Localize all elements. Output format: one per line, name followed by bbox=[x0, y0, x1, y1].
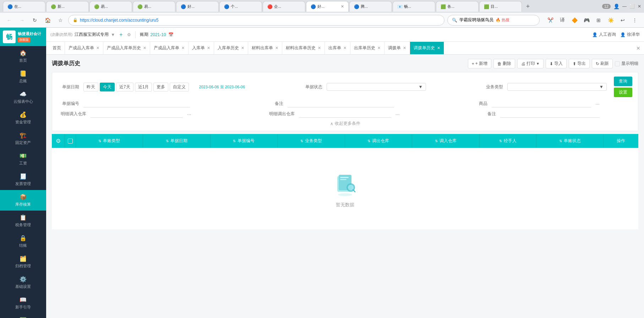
extension-icon2[interactable]: 🎮 bbox=[582, 15, 591, 25]
browser-tab-1[interactable]: 🔵 在... bbox=[3, 1, 45, 12]
week-btn[interactable]: 近7天 bbox=[116, 83, 133, 91]
tab-cprk-close[interactable]: ✕ bbox=[96, 46, 99, 50]
new-tab-button[interactable]: + bbox=[523, 1, 533, 12]
tab-cklishi-close[interactable]: ✕ bbox=[377, 46, 381, 50]
setting-button[interactable]: 设置 bbox=[614, 88, 632, 97]
tab-clck-close[interactable]: ✕ bbox=[275, 46, 278, 50]
tab-rklishi-close[interactable]: ✕ bbox=[241, 46, 244, 50]
service-button[interactable]: 👤 人工咨询 bbox=[592, 32, 616, 38]
company-selector[interactable]: (勿删勿禁用) 江西服宝测试专用 ▼ bbox=[50, 32, 115, 38]
print-button[interactable]: 🖨 打印 ▼ bbox=[517, 59, 544, 68]
sidebar-item-close[interactable]: 🔒 结账 bbox=[0, 231, 46, 252]
tab-clcklishi-close[interactable]: ✕ bbox=[318, 46, 321, 50]
th-handler[interactable]: ⇅ 经手人 bbox=[479, 134, 536, 148]
minimize-icon[interactable]: — bbox=[622, 4, 627, 9]
browser-tab-11[interactable]: 🟩 各... bbox=[436, 1, 479, 12]
back-button[interactable]: ← bbox=[4, 15, 14, 25]
new-button[interactable]: + + 新增 bbox=[468, 59, 491, 68]
page-tab-rklishi[interactable]: 入库单历史 ✕ bbox=[214, 42, 248, 55]
browser-tab-2[interactable]: 🟢 新... bbox=[46, 1, 89, 12]
refresh-button[interactable]: ↻ bbox=[30, 15, 40, 25]
browser-tab-10[interactable]: 📧 畅... bbox=[393, 1, 435, 12]
extension-icon1[interactable]: 🔶 bbox=[569, 15, 579, 25]
page-tab-cklishi[interactable]: 出库单历史 ✕ bbox=[350, 42, 384, 55]
sidebar-item-salary[interactable]: 💵 工资 bbox=[0, 149, 46, 169]
th-doc-no[interactable]: ⇅ 单据编号 bbox=[210, 134, 278, 148]
sidebar-item-inventory[interactable]: 📦 库存核算 bbox=[0, 190, 46, 211]
sidebar-item-home[interactable]: 🏠 首页 bbox=[0, 46, 46, 67]
tab-rk-close[interactable]: ✕ bbox=[207, 46, 210, 50]
tab-cprk2-close[interactable]: ✕ bbox=[181, 46, 185, 50]
remark2-input[interactable] bbox=[500, 110, 600, 118]
collapse-button[interactable]: ∧ 收起更多条件 bbox=[58, 121, 632, 127]
menu-icon[interactable]: ⋮ bbox=[630, 15, 640, 25]
detail-out-input[interactable] bbox=[299, 110, 391, 118]
refresh-button[interactable]: ↻ 刷新 bbox=[592, 59, 613, 68]
tab-ck-close[interactable]: ✕ bbox=[343, 46, 346, 50]
browser-tab-9[interactable]: 🔵 腾... bbox=[349, 1, 392, 12]
sidebar-item-capital[interactable]: 💰 资金管理 bbox=[0, 108, 46, 128]
display-detail-checkbox[interactable]: 显示明细 bbox=[615, 61, 638, 67]
tab-close-icon[interactable]: ✕ bbox=[341, 4, 344, 9]
page-tab-clck[interactable]: 材料出库单 ✕ bbox=[248, 42, 282, 55]
docno-input[interactable] bbox=[83, 100, 190, 107]
tabs-close-all[interactable]: ✕ bbox=[633, 45, 644, 51]
yesterday-btn[interactable]: 昨天 bbox=[83, 83, 98, 91]
top-bar-gear-icon[interactable]: ⚙ bbox=[127, 32, 131, 37]
sidebar-item-fixed-assets[interactable]: 🏗️ 固定资产 bbox=[0, 128, 46, 149]
remark-input[interactable] bbox=[288, 100, 394, 107]
biz-type-select[interactable]: ▼ bbox=[507, 83, 607, 91]
top-bar-plus[interactable]: + bbox=[119, 32, 122, 38]
tab-dblishi-close[interactable]: ✕ bbox=[437, 46, 440, 50]
close-window-icon[interactable]: ✕ bbox=[638, 4, 641, 9]
more-btn[interactable]: 更多 bbox=[153, 83, 168, 91]
browser-tab-5[interactable]: 🔵 好... bbox=[176, 1, 219, 12]
page-tab-db[interactable]: 调拨单 ✕ bbox=[384, 42, 410, 55]
th-out-warehouse[interactable]: ⇅ 调出仓库 bbox=[345, 134, 412, 148]
sidebar-item-tax[interactable]: 📋 税务管理 bbox=[0, 211, 46, 231]
detail-in-input[interactable] bbox=[91, 110, 183, 118]
url-bar[interactable]: 🔒 https://cloud.chanjet.com/accounting/u… bbox=[68, 15, 444, 26]
sidebar-logo[interactable]: 畅 畅捷通好会计 旗舰版 bbox=[0, 28, 46, 46]
bookmark-button[interactable]: ☆ bbox=[55, 15, 65, 25]
detail-out-ellipsis[interactable]: ··· bbox=[395, 111, 400, 117]
select-all-checkbox[interactable] bbox=[68, 139, 73, 144]
page-tab-dblishi[interactable]: 调拨单历史 ✕ bbox=[410, 42, 444, 55]
delete-button[interactable]: 🗑 删除 bbox=[493, 59, 515, 68]
goods-ellipsis[interactable]: ··· bbox=[595, 101, 600, 107]
scissors-icon[interactable]: ✂️ bbox=[545, 15, 555, 25]
user-info[interactable]: 👤 徐泽华 bbox=[620, 32, 640, 38]
th-in-warehouse[interactable]: ⇅ 调入仓库 bbox=[412, 134, 480, 148]
home-button[interactable]: 🏠 bbox=[43, 15, 53, 25]
translate-icon[interactable]: 译 bbox=[557, 15, 567, 25]
query-button[interactable]: 查询 bbox=[614, 77, 632, 86]
page-tab-cprklishi[interactable]: 产成品入库单历史 ✕ bbox=[103, 42, 150, 55]
sidebar-item-invoice[interactable]: 🧾 发票管理 bbox=[0, 169, 46, 190]
today-btn[interactable]: 今天 bbox=[100, 83, 115, 91]
sidebar-item-guide[interactable]: 📖 新手引导 bbox=[0, 293, 46, 313]
browser-search[interactable]: 🔍 学霸应聘场驱鸟员 🔥 热搜 bbox=[447, 15, 540, 26]
page-tab-rk[interactable]: 入库单 ✕ bbox=[189, 42, 214, 55]
sidebar-item-general-ledger[interactable]: 📒 总账 bbox=[0, 67, 46, 87]
th-doc-date[interactable]: ⇅ 单据日期 bbox=[143, 134, 211, 148]
browser-tab-4[interactable]: 🟢 易... bbox=[133, 1, 175, 12]
th-biz-type[interactable]: ⇅ 业务类型 bbox=[278, 134, 345, 148]
browser-tab-12[interactable]: 🟩 目... bbox=[479, 1, 522, 12]
sidebar-item-cloud-report[interactable]: ☁️ 云报表中心 bbox=[0, 87, 46, 108]
th-doc-type[interactable]: ⇅ 单账类型 bbox=[76, 134, 143, 148]
page-tab-ck[interactable]: 出库单 ✕ bbox=[325, 42, 350, 55]
page-tab-clcklishi[interactable]: 材料出库单历史 ✕ bbox=[282, 42, 325, 55]
import-button[interactable]: ⬇ 导入 bbox=[546, 59, 567, 68]
period-selector[interactable]: 账期 2021-10 📅 bbox=[140, 32, 174, 38]
page-tab-home[interactable]: 首页 bbox=[49, 42, 65, 55]
page-tab-cprk2[interactable]: 产成品入库单 ✕ bbox=[150, 42, 189, 55]
forward-button[interactable]: → bbox=[17, 15, 27, 25]
browser-tab-3[interactable]: 🟢 易... bbox=[89, 1, 132, 12]
history-icon[interactable]: ↩ bbox=[618, 15, 628, 25]
status-select[interactable]: ▼ bbox=[327, 83, 426, 91]
goods-input[interactable] bbox=[492, 100, 591, 107]
export-button[interactable]: ⬆ 导出 bbox=[569, 59, 590, 68]
sidebar-item-archive[interactable]: 🗂️ 归档管理 bbox=[0, 252, 46, 272]
grid-icon[interactable]: ⊞ bbox=[594, 15, 604, 25]
month-btn[interactable]: 近1月 bbox=[135, 83, 152, 91]
